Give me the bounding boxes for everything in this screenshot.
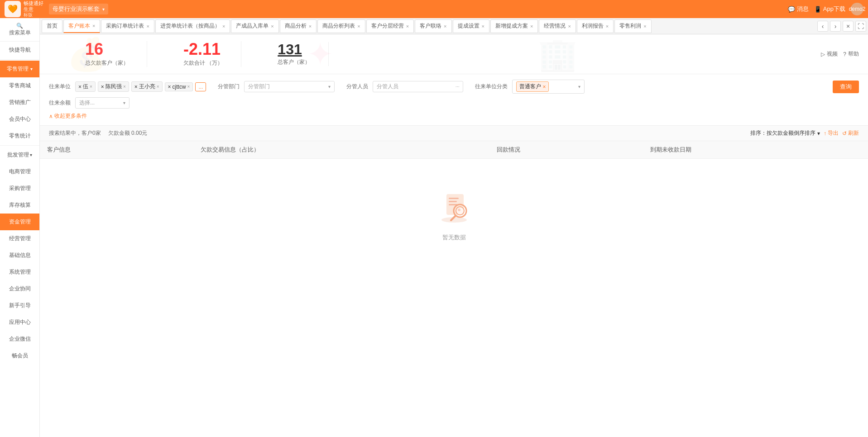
- close-tag-cjttcw[interactable]: ×: [187, 84, 190, 89]
- sidebar-item-retail-stats[interactable]: 零售统计: [0, 128, 39, 144]
- tab-profit-report[interactable]: 利润报告 ×: [577, 19, 614, 33]
- tab-customer-contact[interactable]: 客户联络 ×: [415, 19, 451, 33]
- filter-select-balance[interactable]: 选择... ▾: [75, 97, 129, 109]
- close-selected-class[interactable]: ×: [542, 84, 546, 90]
- avatar[interactable]: demo2: [851, 3, 863, 15]
- filter-more-tags[interactable]: ...: [195, 82, 206, 91]
- help-button[interactable]: ? 帮助: [843, 50, 859, 58]
- filter-select-unit-class[interactable]: 普通客户 × ▾: [512, 80, 585, 94]
- filter-label-unit-class: 往来单位分类: [475, 83, 508, 90]
- stat-value-total: 131: [278, 42, 302, 57]
- filter-tag-wang[interactable]: × 王小亮 ×: [131, 81, 163, 92]
- chevron-up-icon: ∧: [49, 113, 53, 119]
- filter-tag-chen[interactable]: × 陈民强 ×: [98, 81, 129, 92]
- tab-close-all[interactable]: ×: [843, 21, 854, 32]
- sidebar-divider-2: [0, 145, 39, 146]
- top-bar: 🧡 畅捷通好生意 标版 母婴行业演示帐套 ▾ 💬 消息 📱 App下载 demo…: [0, 0, 868, 18]
- empty-state: 暂无数据: [40, 159, 868, 269]
- close-tag-wang[interactable]: ×: [157, 84, 159, 89]
- tab-operations-status[interactable]: 经营情况 ×: [539, 19, 575, 33]
- filter-tag-iuv[interactable]: × 伍 ×: [75, 81, 96, 92]
- search-button[interactable]: 查询: [833, 81, 859, 93]
- sidebar-item-basic-info[interactable]: 基础信息: [0, 247, 39, 264]
- sort-area: 排序：按欠款金额倒序排序 ▾ ↑ 导出 ↺ 刷新: [750, 129, 859, 137]
- close-tag-iuv[interactable]: ×: [90, 84, 92, 89]
- tab-inbound-stats[interactable]: 进货单统计表（按商品） ×: [155, 19, 230, 33]
- tab-retail-profit[interactable]: 零售利润 ×: [614, 19, 651, 33]
- tab-fullscreen[interactable]: ⛶: [855, 21, 866, 32]
- tab-close-cost-inbound[interactable]: ×: [271, 24, 273, 29]
- tab-close-inbound[interactable]: ×: [222, 24, 225, 29]
- filter-label-unit: 往来单位: [49, 83, 71, 90]
- table-header-row: 客户信息 欠款交易信息（占比） 回款情况 到期未收款日期: [40, 141, 868, 159]
- sidebar-item-corp-wechat[interactable]: 企业微信: [0, 331, 39, 347]
- download-icon: 📱: [814, 6, 821, 13]
- tab-remind-settings[interactable]: 提成设置 ×: [453, 19, 489, 33]
- logo-area: 🧡 畅捷通好生意 标版: [5, 0, 44, 18]
- tab-bar-controls: ‹ › × ⛶: [817, 21, 866, 32]
- tab-close-product-analysis[interactable]: ×: [309, 24, 312, 29]
- page-content: 💰 ✦ 🏢 16 总欠款客户（家） -2.11 欠款合计 （万）: [40, 34, 868, 437]
- filter-select-dept[interactable]: 分管部门 ▾: [244, 81, 335, 92]
- refresh-button[interactable]: ↺ 刷新: [842, 129, 859, 137]
- tab-close-profit-report[interactable]: ×: [606, 24, 609, 29]
- tab-close-new-growth[interactable]: ×: [530, 24, 533, 29]
- sidebar-item-marketing[interactable]: 营销推广: [0, 94, 39, 111]
- tab-close-remind-settings[interactable]: ×: [482, 24, 484, 29]
- dept-dropdown-icon: ▾: [328, 84, 331, 89]
- tab-close-customer-contact[interactable]: ×: [444, 24, 446, 29]
- tab-close-operations[interactable]: ×: [568, 24, 571, 29]
- sidebar-item-wholesale[interactable]: 批发管理 ▾: [0, 147, 39, 163]
- tab-home[interactable]: 首页: [42, 19, 62, 33]
- tab-scroll-right[interactable]: ›: [830, 21, 841, 32]
- filter-select-person[interactable]: 分管人员 ···: [373, 81, 463, 92]
- app-wrapper: 🧡 畅捷通好生意 标版 母婴行业演示帐套 ▾ 💬 消息 📱 App下载 demo…: [0, 0, 868, 437]
- col-overdue-date: 到期未收款日期: [643, 141, 868, 159]
- tab-scroll-left[interactable]: ‹: [817, 21, 828, 32]
- workspace-selector[interactable]: 母婴行业演示帐套 ▾: [49, 4, 108, 14]
- sidebar-item-sys-mgmt[interactable]: 系统管理: [0, 264, 39, 280]
- sidebar-item-new-guide[interactable]: 新手引导: [0, 297, 39, 314]
- sidebar-item-member-center[interactable]: 会员中心: [0, 111, 39, 128]
- tab-product-analysis[interactable]: 商品分析 ×: [280, 19, 317, 33]
- video-help-button[interactable]: ▷ 视频: [821, 50, 838, 58]
- tab-close-product-list[interactable]: ×: [357, 24, 360, 29]
- tab-customer-book[interactable]: 客户账本 ×: [63, 19, 100, 33]
- messages-button[interactable]: 💬 消息: [788, 5, 809, 13]
- sort-select[interactable]: 排序：按欠款金额倒序排序 ▾: [750, 129, 820, 137]
- tab-close-retail-profit[interactable]: ×: [643, 24, 646, 29]
- svg-rect-3: [449, 201, 457, 202]
- tab-close-purchase-order[interactable]: ×: [146, 24, 149, 29]
- sidebar-item-purchase[interactable]: 采购管理: [0, 180, 39, 197]
- content-area: 首页 客户账本 × 采购订单统计表 × 进货单统计表（按商品） × 产成品入库单…: [40, 18, 868, 437]
- sidebar-item-finance[interactable]: 资金管理: [0, 214, 39, 230]
- sidebar-item-retail-store[interactable]: 零售商城: [0, 77, 39, 94]
- filter-label-balance: 往来余额: [49, 99, 71, 107]
- tab-cost-inbound[interactable]: 产成品入库单 ×: [231, 19, 278, 33]
- tab-close-customer-tier[interactable]: ×: [406, 24, 409, 29]
- sidebar-item-app-center[interactable]: 应用中心: [0, 314, 39, 331]
- tab-product-analysis-list[interactable]: 商品分析列表 ×: [317, 19, 365, 33]
- tab-purchase-order-stats[interactable]: 采购订单统计表 ×: [101, 19, 154, 33]
- filter-tag-cjttcw[interactable]: × cjttcw ×: [165, 82, 193, 91]
- app-download-button[interactable]: 📱 App下载: [814, 5, 845, 13]
- sidebar-item-ecommerce[interactable]: 电商管理: [0, 163, 39, 180]
- tab-customer-tier[interactable]: 客户分层经营 ×: [366, 19, 414, 33]
- sidebar-item-operations[interactable]: 经营管理: [0, 230, 39, 247]
- tab-new-growth[interactable]: 新增提成方案 ×: [490, 19, 538, 33]
- sidebar-search[interactable]: 🔍 搜索菜单: [0, 18, 39, 42]
- svg-rect-2: [449, 198, 459, 199]
- selected-unit-class-tag[interactable]: 普通客户 ×: [516, 81, 549, 92]
- tab-close-customer-book[interactable]: ×: [92, 23, 95, 28]
- main-layout: 🔍 搜索菜单 快捷导航 零售管理 ▾ 零售商城 营销推广 会员中心 零售统计 批…: [0, 18, 868, 437]
- sidebar-quick-nav[interactable]: 快捷导航: [0, 42, 39, 58]
- filter-area: 往来单位 × 伍 × × 陈民强 ×: [40, 74, 868, 126]
- sidebar-item-corp-collab[interactable]: 企业协同: [0, 280, 39, 297]
- sidebar-item-retail-mgmt[interactable]: 零售管理 ▾: [0, 61, 39, 77]
- export-button[interactable]: ↑ 导出: [824, 129, 839, 137]
- collapse-filters-button[interactable]: ∧ 收起更多条件: [49, 112, 859, 120]
- sidebar-item-vip[interactable]: 畅会员: [0, 347, 39, 364]
- sidebar-item-inventory[interactable]: 库存核算: [0, 197, 39, 214]
- play-icon: ▷: [821, 51, 825, 57]
- close-tag-chen[interactable]: ×: [123, 84, 126, 89]
